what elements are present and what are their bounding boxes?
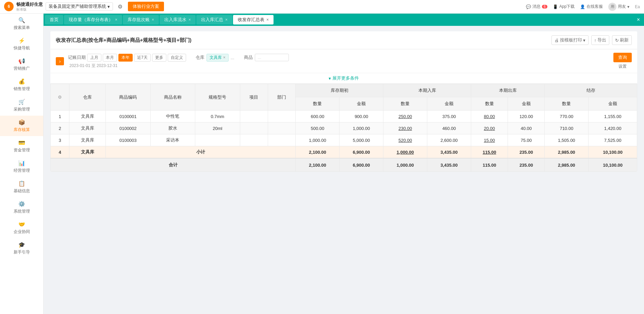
table-row: 3 文具库 0100003 采访本 1,000.00 5,000.00 520.… bbox=[51, 134, 637, 146]
sidebar-item-guide[interactable]: 🎓 新手引导 bbox=[0, 238, 43, 259]
sidebar-item-basic-label: 基础信息 bbox=[14, 188, 30, 194]
settings-btn[interactable]: 设置 bbox=[613, 64, 632, 69]
closing-qty-header: 数量 bbox=[545, 97, 589, 111]
row-project bbox=[240, 134, 268, 146]
goods-code-header: 商品编码 bbox=[106, 84, 151, 111]
user-button[interactable]: 用 用友 ▾ bbox=[608, 3, 629, 11]
sidebar-item-sales[interactable]: 💰 销售管理 bbox=[0, 75, 43, 95]
message-badge: 6 bbox=[542, 5, 547, 9]
logo-text: 畅捷通好生意 标准版 bbox=[16, 2, 43, 12]
print-button[interactable]: 🖨 按模板打印 ▾ bbox=[551, 35, 589, 45]
filter-warehouse-section: 仓库 文具库 × ... bbox=[196, 54, 234, 62]
out-amt-header: 金额 bbox=[508, 97, 545, 111]
tab-inout-flow[interactable]: 出入库流水 × bbox=[160, 15, 196, 24]
date-last-month-btn[interactable]: 上月 bbox=[87, 54, 101, 62]
filter-main: 记账日期 上月 本月 本年 近7天 更多 自定义 2023-01-01 至 20… bbox=[68, 54, 609, 69]
app-download-button[interactable]: 📱 App下载 bbox=[553, 4, 575, 10]
out-group-header: 本期出库 bbox=[471, 84, 544, 97]
marketing-icon: 📢 bbox=[18, 58, 25, 64]
sidebar-item-inventory[interactable]: 📦 库存核算 bbox=[0, 116, 43, 136]
date-filter-label: 记账日期 bbox=[68, 54, 86, 61]
date-7days-btn[interactable]: 近7天 bbox=[134, 54, 151, 62]
sidebar-item-purchase[interactable]: 🛒 采购管理 bbox=[0, 95, 43, 116]
search-icon: 🔍 bbox=[18, 17, 25, 23]
total-closing-amt: 10,100.00 bbox=[589, 158, 637, 172]
tab-inout-flow-close[interactable]: × bbox=[188, 17, 191, 22]
message-button[interactable]: 💬 消息 6 bbox=[526, 4, 547, 10]
row-project bbox=[240, 122, 268, 134]
sidebar-item-finance[interactable]: 💳 资金管理 bbox=[0, 136, 43, 156]
sidebar-item-collab[interactable]: 🤝 企业协同 bbox=[0, 218, 43, 238]
row-in-amt: 460.00 bbox=[427, 122, 471, 134]
goods-spec-header: 规格型号 bbox=[195, 84, 240, 111]
table-settings-header[interactable]: ⚙ bbox=[51, 84, 69, 111]
tab-batch-ledger-label: 库存批次账 bbox=[128, 17, 150, 23]
subtotal-in-amt: 3,435.00 bbox=[427, 146, 471, 159]
date-range-display: 2023-01-01 至 2023-12-31 bbox=[69, 63, 186, 69]
goods-filter-input[interactable]: ... bbox=[255, 54, 289, 61]
sidebar-item-operations[interactable]: 📊 经营管理 bbox=[0, 156, 43, 177]
export-button[interactable]: ↑ 导出 bbox=[591, 35, 610, 45]
table-row: 2 文具库 0100002 胶水 20ml 500.00 1,000.00 23… bbox=[51, 122, 637, 134]
sidebar-item-basic[interactable]: 📋 基础信息 bbox=[0, 177, 43, 197]
tab-inventory-dist[interactable]: 现存量（库存分布表） × bbox=[64, 15, 122, 24]
closing-amt-header: 金额 bbox=[589, 97, 637, 111]
filter-date-section: 记账日期 上月 本月 本年 近7天 更多 自定义 2023-01-01 至 20… bbox=[68, 54, 186, 69]
tab-home[interactable]: 首页 bbox=[45, 15, 63, 24]
system-selector[interactable]: 装备及固定资产辅助管理系统 ▾ bbox=[46, 2, 113, 11]
tab-batch-ledger[interactable]: 库存批次账 × bbox=[123, 15, 159, 24]
warehouse-tag-close[interactable]: × bbox=[223, 55, 226, 60]
tab-bar-close-button[interactable]: × bbox=[634, 17, 643, 23]
row-out-qty: 80.00 bbox=[471, 111, 508, 122]
sidebar-item-quick-nav[interactable]: ⚡ 快捷导航 bbox=[0, 34, 43, 54]
project-header: 项目 bbox=[240, 84, 268, 111]
row-closing-qty: 770.00 bbox=[545, 111, 589, 122]
warehouse-more-btn[interactable]: ... bbox=[231, 55, 234, 60]
guide-icon: 🎓 bbox=[18, 242, 25, 248]
row-out-qty: 15.00 bbox=[471, 134, 508, 146]
tab-inventory-dist-close[interactable]: × bbox=[115, 17, 117, 22]
expand-conditions-button[interactable]: ▾ 展开更多条件 bbox=[329, 75, 359, 81]
inventory-icon: 📦 bbox=[18, 119, 25, 126]
settings-icon[interactable]: ⚙ bbox=[118, 3, 122, 10]
tab-inout-flow-label: 出入库流水 bbox=[164, 17, 186, 23]
sidebar-item-search[interactable]: 🔍 搜索菜单 bbox=[0, 14, 43, 34]
total-out-amt: 235.00 bbox=[508, 158, 545, 172]
goods-name-header: 商品名称 bbox=[150, 84, 195, 111]
sales-icon: 💰 bbox=[18, 78, 25, 85]
in-amt-header: 金额 bbox=[427, 97, 471, 111]
row-in-amt: 375.00 bbox=[427, 111, 471, 122]
tab-inout-summary-label: 出入库汇总 bbox=[201, 17, 223, 23]
expand-row: ▾ 展开更多条件 bbox=[50, 73, 637, 84]
subtotal-no: 4 bbox=[51, 146, 69, 159]
user-avatar: 用 bbox=[608, 3, 616, 11]
filter-expand-button[interactable]: › bbox=[56, 57, 64, 65]
tab-recv-send-summary-close[interactable]: × bbox=[266, 17, 269, 22]
sidebar-item-finance-label: 资金管理 bbox=[14, 147, 30, 153]
trial-button[interactable]: 体验行业方案 bbox=[128, 2, 164, 11]
basic-icon: 📋 bbox=[18, 180, 25, 187]
opening-group-header: 库存期初 bbox=[296, 84, 383, 97]
tab-inout-summary-close[interactable]: × bbox=[225, 17, 228, 22]
row-closing-amt: 1,155.00 bbox=[589, 111, 637, 122]
date-this-year-btn[interactable]: 本年 bbox=[118, 54, 133, 62]
online-service-button[interactable]: 👤 在线客服 bbox=[580, 4, 603, 10]
sidebar-item-marketing[interactable]: 📢 营销推广 bbox=[0, 54, 43, 75]
sidebar-item-system[interactable]: ⚙️ 系统管理 bbox=[0, 197, 43, 218]
tab-inout-summary[interactable]: 出入库汇总 × bbox=[196, 15, 232, 24]
table-wrapper: ⚙ 仓库 商品编码 商品名称 规格型号 项目 部门 库存期初 本期入库 本期出库 bbox=[50, 84, 637, 172]
subtotal-out-amt: 235.00 bbox=[508, 146, 545, 159]
date-custom-btn[interactable]: 自定义 bbox=[168, 54, 186, 62]
query-button[interactable]: 查询 bbox=[613, 53, 632, 62]
export-icon: ↑ bbox=[594, 38, 597, 43]
top-bar: 6 畅捷通好生意 标准版 装备及固定资产辅助管理系统 ▾ ⚙ 体验行业方案 💬 … bbox=[0, 0, 644, 14]
row-opening-amt: 5,000.00 bbox=[340, 134, 383, 146]
top-right-label: Ea bbox=[635, 4, 640, 9]
purchase-icon: 🛒 bbox=[18, 99, 25, 105]
tab-batch-ledger-close[interactable]: × bbox=[152, 17, 154, 22]
date-this-month-btn[interactable]: 本月 bbox=[103, 54, 117, 62]
date-more-btn[interactable]: 更多 bbox=[152, 54, 166, 62]
refresh-button[interactable]: ↻ 刷新 bbox=[612, 35, 632, 45]
subtotal-in-qty: 1,000.00 bbox=[383, 146, 427, 159]
tab-recv-send-summary[interactable]: 收发存汇总表 × bbox=[233, 15, 274, 24]
